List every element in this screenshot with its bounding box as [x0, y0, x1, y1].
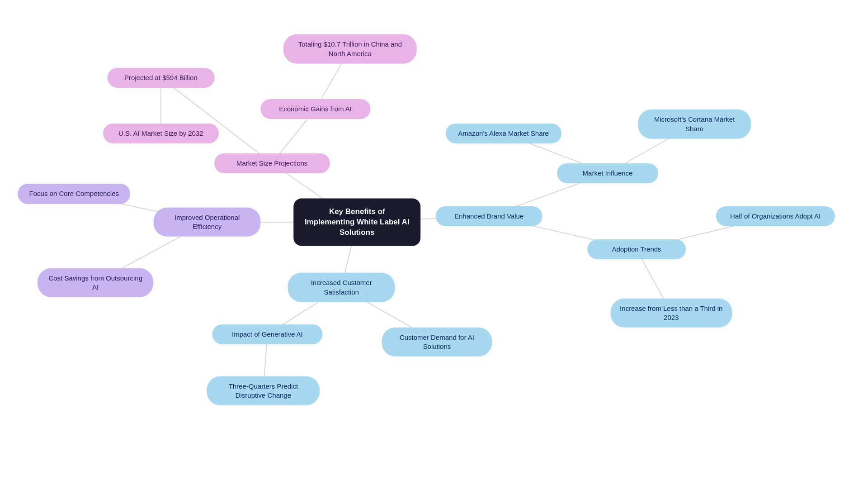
- node-customer_demand: Customer Demand for AI Solutions: [382, 327, 492, 357]
- node-projected: Projected at $594 Billion: [107, 68, 214, 88]
- svg-line-3: [161, 78, 272, 163]
- node-microsoft: Microsoft's Cortana Market Share: [638, 109, 751, 139]
- node-impact_gen: Impact of Generative AI: [212, 324, 322, 344]
- node-customer_sat: Increased Customer Satisfaction: [288, 273, 395, 302]
- node-adoption_trends: Adoption Trends: [587, 239, 686, 259]
- node-three_quarters: Three-Quarters Predict Disruptive Change: [207, 376, 320, 406]
- node-totaling: Totaling $10.7 Trillion in China and Nor…: [283, 34, 416, 64]
- node-amazon: Amazon's Alexa Market Share: [446, 124, 561, 143]
- node-center: Key Benefits of Implementing White Label…: [293, 199, 421, 246]
- node-economic_gains: Economic Gains from AI: [260, 99, 370, 119]
- node-market_influence: Market Influence: [557, 163, 658, 183]
- node-cost_savings: Cost Savings from Outsourcing AI: [38, 268, 153, 297]
- node-focus_core: Focus on Core Competencies: [18, 184, 131, 204]
- node-half_orgs: Half of Organizations Adopt AI: [716, 206, 835, 226]
- node-increase_third: Increase from Less than a Third in 2023: [610, 299, 732, 328]
- node-improved_ops: Improved Operational Efficiency: [154, 208, 261, 237]
- node-us_market: U.S. AI Market Size by 2032: [103, 124, 219, 143]
- node-enhanced_brand: Enhanced Brand Value: [435, 206, 542, 226]
- mindmap-container: Key Benefits of Implementing White Label…: [0, 0, 868, 490]
- node-market_size: Market Size Projections: [214, 153, 330, 173]
